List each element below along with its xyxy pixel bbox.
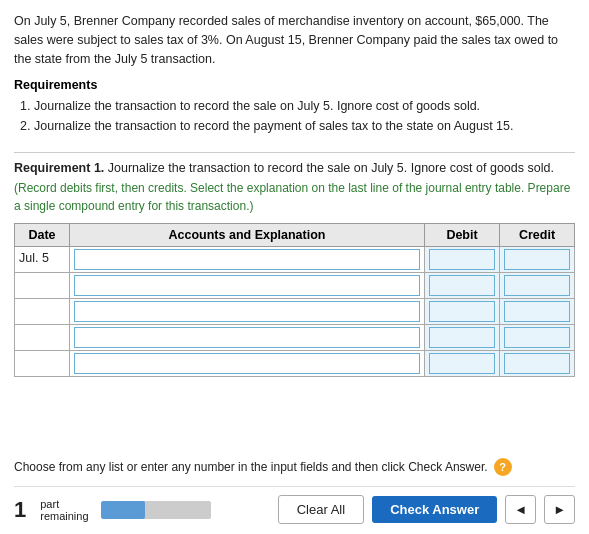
help-icon[interactable]: ? <box>494 458 512 476</box>
credit-input-3[interactable] <box>504 301 570 322</box>
table-row <box>15 299 575 325</box>
requirements-section: Requirements Journalize the transaction … <box>14 78 575 136</box>
credit-cell-1 <box>500 247 575 273</box>
choose-text-row: Choose from any list or enter any number… <box>14 458 575 476</box>
part-label-line2: remaining <box>40 510 88 522</box>
journal-table: Date Accounts and Explanation Debit Cred… <box>14 223 575 377</box>
debit-cell-4 <box>425 325 500 351</box>
part-label-line1: part <box>40 498 59 510</box>
accounts-input-5[interactable] <box>74 353 420 374</box>
footer-bar: 1 part remaining Clear All Check Answer … <box>14 486 575 534</box>
date-cell-2 <box>15 273 70 299</box>
req1-heading: Requirement 1. Journalize the transactio… <box>14 161 575 175</box>
accounts-input-1[interactable] <box>74 249 420 270</box>
part-number: 1 <box>14 499 26 521</box>
table-row: Jul. 5 <box>15 247 575 273</box>
choose-text: Choose from any list or enter any number… <box>14 460 488 474</box>
requirements-title: Requirements <box>14 78 575 92</box>
accounts-input-4[interactable] <box>74 327 420 348</box>
date-cell-4 <box>15 325 70 351</box>
instruction-text: (Record debits first, then credits. Sele… <box>14 179 575 215</box>
debit-input-3[interactable] <box>429 301 495 322</box>
credit-input-1[interactable] <box>504 249 570 270</box>
debit-input-1[interactable] <box>429 249 495 270</box>
col-header-debit: Debit <box>425 224 500 247</box>
date-cell-5 <box>15 351 70 377</box>
prev-button[interactable]: ◄ <box>505 495 536 524</box>
accounts-cell-4 <box>70 325 425 351</box>
credit-input-2[interactable] <box>504 275 570 296</box>
debit-input-5[interactable] <box>429 353 495 374</box>
credit-input-4[interactable] <box>504 327 570 348</box>
table-row <box>15 351 575 377</box>
debit-cell-1 <box>425 247 500 273</box>
problem-text: On July 5, Brenner Company recorded sale… <box>14 12 575 68</box>
col-header-credit: Credit <box>500 224 575 247</box>
next-button[interactable]: ► <box>544 495 575 524</box>
part-remaining-label: part remaining <box>40 498 88 522</box>
progress-bar-container <box>101 501 211 519</box>
debit-cell-2 <box>425 273 500 299</box>
requirement-2: Journalize the transaction to record the… <box>34 116 575 136</box>
credit-cell-3 <box>500 299 575 325</box>
date-cell-3 <box>15 299 70 325</box>
accounts-cell-1 <box>70 247 425 273</box>
accounts-input-3[interactable] <box>74 301 420 322</box>
accounts-cell-2 <box>70 273 425 299</box>
divider <box>14 152 575 153</box>
credit-cell-2 <box>500 273 575 299</box>
accounts-cell-5 <box>70 351 425 377</box>
col-header-accounts: Accounts and Explanation <box>70 224 425 247</box>
credit-input-5[interactable] <box>504 353 570 374</box>
col-header-date: Date <box>15 224 70 247</box>
debit-input-2[interactable] <box>429 275 495 296</box>
check-answer-button[interactable]: Check Answer <box>372 496 497 523</box>
credit-cell-5 <box>500 351 575 377</box>
table-row <box>15 273 575 299</box>
credit-cell-4 <box>500 325 575 351</box>
debit-cell-3 <box>425 299 500 325</box>
bottom-section: Choose from any list or enter any number… <box>14 448 575 534</box>
date-cell: Jul. 5 <box>15 247 70 273</box>
requirement-1: Journalize the transaction to record the… <box>34 96 575 116</box>
page-container: On July 5, Brenner Company recorded sale… <box>0 0 589 534</box>
accounts-cell-3 <box>70 299 425 325</box>
debit-cell-5 <box>425 351 500 377</box>
accounts-input-2[interactable] <box>74 275 420 296</box>
clear-all-button[interactable]: Clear All <box>278 495 364 524</box>
table-row <box>15 325 575 351</box>
requirements-list: Journalize the transaction to record the… <box>34 96 575 136</box>
progress-bar-fill <box>101 501 145 519</box>
debit-input-4[interactable] <box>429 327 495 348</box>
